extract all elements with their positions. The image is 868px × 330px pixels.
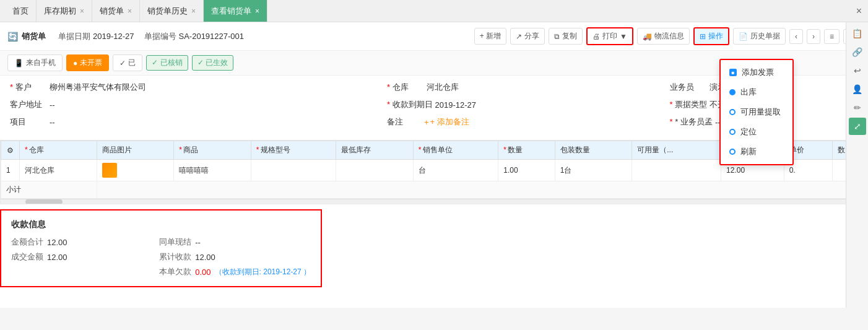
copy-button[interactable]: ⧉ 复制 [549,28,583,45]
tab-view-sales-label: 查看销货单 [211,6,251,17]
logistics-button[interactable]: 🚚 物流信息 [637,28,690,45]
tab-home-label: 首页 [12,6,28,17]
operation-icon: ⊞ [700,32,706,41]
subtotal-row: 小计 [1,181,867,199]
amount-value: 12.00 [47,238,67,247]
col-min-stock: 最低库存 [336,141,414,160]
warehouse-value: 河北仓库 [427,82,459,93]
payment-date-label: 收款到期日 [387,99,433,110]
row-spec [251,160,336,181]
outbound-label: 出库 [740,87,757,98]
row-pack-qty: 1台 [555,160,632,181]
row-min-stock [336,160,414,181]
tab-sales-close[interactable]: × [128,7,132,15]
project-value: -- [50,118,55,127]
note-label: 备注 [387,116,424,128]
copy-icon: ⧉ [554,32,560,41]
locate-label: 定位 [740,126,757,137]
same-order-label: 同单现结 [159,237,191,248]
outbound-item[interactable]: 出库 [721,82,792,102]
history-button[interactable]: 📄 历史单据 [733,28,786,45]
doc-title: 销货单 [22,31,46,42]
tab-inventory-close[interactable]: × [80,7,84,15]
owe-placeholder [11,266,147,277]
scroll-thumb[interactable] [25,199,63,204]
tab-sales[interactable]: 销货单 × [92,0,140,22]
owe-row: 本单欠款 0.00 （收款到期日: 2019-12-27 ） [159,266,311,277]
deal-label: 成交金额 [11,251,43,263]
tab-inventory[interactable]: 库存期初 × [37,0,92,22]
customer-field: 客户 柳州粤港平安气体有限公司 [10,82,387,93]
deal-row: 成交金额 12.00 [11,251,147,263]
row-unit: 台 [413,160,498,181]
num-label: 单据编号 [144,31,176,42]
right-btn-1[interactable]: 📋 [849,25,866,42]
doc-date-item: 单据日期 2019-12-27 [58,31,134,42]
sold-badge: ✓ 已核销 [146,55,188,71]
address-label: 客户地址 [10,99,47,110]
view1-button[interactable]: ≡ [824,29,840,44]
row-image [97,160,174,181]
not-open-button[interactable]: ● 未开票 [66,54,109,71]
tab-view-sales[interactable]: 查看销货单 × [204,0,267,22]
add-invoice-icon: ■ [729,69,737,76]
confirm-button[interactable]: ✓ 已 [113,54,142,71]
same-order-value: -- [195,238,201,247]
tab-history-close[interactable]: × [191,7,196,15]
operation-button[interactable]: ⊞ 操作 [693,27,729,45]
from-phone-button[interactable]: 📱 来自手机 [7,54,63,71]
doc-icon: 🔄 [7,32,18,41]
avail-extract-item[interactable]: 可用量提取 [721,102,792,122]
col-image: 商品图片 [97,141,174,160]
add-note-button[interactable]: + + 添加备注 [424,116,469,128]
refresh-icon [729,149,736,155]
share-icon: ↗ [516,32,522,41]
table-scrollbar[interactable] [1,199,867,204]
new-button[interactable]: + 新增 [474,28,506,45]
share-button[interactable]: ↗ 分享 [510,28,545,45]
right-btn-3[interactable]: ↩ [849,62,866,79]
avail-extract-icon [729,109,736,115]
right-btn-4[interactable]: 👤 [849,80,866,98]
payment-title: 收款信息 [11,219,311,230]
tab-history[interactable]: 销货单历史 × [140,0,204,22]
subtotal-values [97,181,867,199]
toolbar: + 新增 ↗ 分享 ⧉ 复制 🖨 打印 ▼ 🚚 物流信息 [474,27,861,45]
col-warehouse: *仓库 [20,141,97,160]
add-invoice-item[interactable]: ■ 添加发票 [721,63,792,82]
window-close-button[interactable]: × [856,6,862,17]
locate-item[interactable]: 定位 [721,122,792,142]
staff-label: 业务员 [670,82,707,93]
date-label: 单据日期 [58,31,90,42]
tab-bar: 首页 库存期初 × 销货单 × 销货单历史 × 查看销货单 × × [0,0,868,22]
nav-next-button[interactable]: › [807,29,820,44]
print-icon: 🖨 [592,32,600,41]
tab-home[interactable]: 首页 [5,0,37,22]
row-avail [632,160,721,181]
tab-view-sales-close[interactable]: × [255,7,259,15]
col-settings[interactable]: ⚙ [1,141,20,160]
right-btn-2[interactable]: 🔗 [849,43,866,61]
print-dropdown-icon: ▼ [620,32,627,41]
payment-date-field: 收款到期日 2019-12-27 [387,99,670,110]
warehouse-field: 仓库 河北仓库 [387,82,670,93]
refresh-item[interactable]: 刷新 [721,142,792,162]
right-btn-5[interactable]: ✏ [849,99,866,116]
tab-history-label: 销货单历史 [147,6,188,17]
row-qty: 1.00 [498,160,555,181]
amount-label: 金额合计 [11,237,43,248]
customer-label: 客户 [10,82,47,93]
col-product: *商品 [174,141,251,160]
print-button[interactable]: 🖨 打印 ▼ [586,27,633,45]
address-field: 客户地址 -- [10,99,387,110]
right-btn-6[interactable]: ⤢ [849,118,866,135]
project-label: 项目 [10,116,47,128]
avail-extract-label: 可用量提取 [740,106,781,118]
plus-icon: + [424,118,429,127]
ticket-label: 票据类型 [670,99,708,110]
effect-check-icon: ✓ [197,58,204,67]
nav-prev-button[interactable]: ‹ [789,29,803,44]
history-icon: 📄 [739,32,748,41]
ticket-icon: ● [73,59,77,67]
doc-header: 🔄 销货单 单据日期 2019-12-27 单据编号 SA-20191227-0… [0,22,868,51]
